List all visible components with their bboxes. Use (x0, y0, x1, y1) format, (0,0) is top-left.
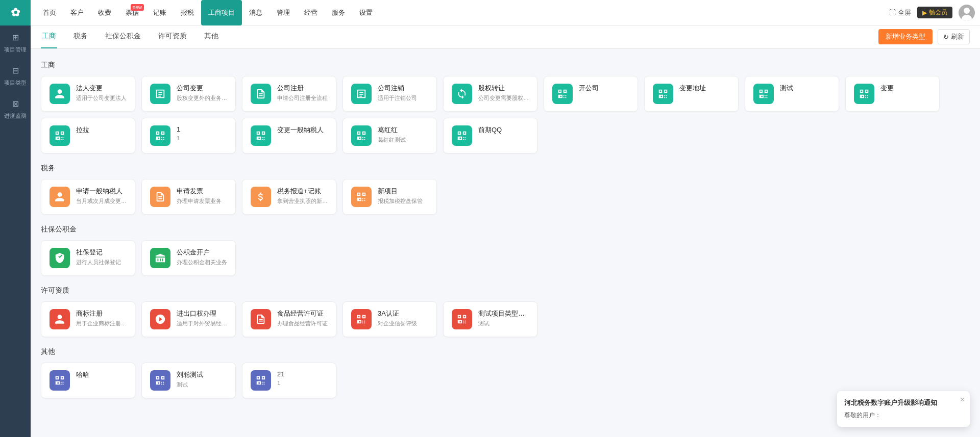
play-icon: ▶ (922, 9, 927, 16)
card-name: 拉拉 (76, 125, 127, 135)
tab-shebao[interactable]: 社保公积金 (104, 25, 142, 48)
nav-accounting[interactable]: 记账 (146, 0, 174, 25)
card-icon-company-cancel (351, 84, 372, 104)
nav-billing[interactable]: 收费 (91, 0, 118, 25)
card-icon-test (753, 84, 774, 104)
card-apply-invoice[interactable]: 申请发票 办理申请发票业务 (141, 179, 236, 215)
section-title-other: 其他 (41, 347, 970, 356)
card-change-address[interactable]: 变更地址 (644, 76, 739, 112)
nav-home[interactable]: 首页 (36, 0, 63, 25)
card-company-change[interactable]: 公司变更 股权变更外的业务变更 (141, 76, 236, 112)
nav-client[interactable]: 客户 (63, 0, 91, 25)
shuiwu-cards: 申请一般纳税人 当月或次月成变更完成 申请发票 办理申请发票业务 (41, 179, 970, 215)
sidebar-item-progress[interactable]: ⊠ 进度监测 (0, 92, 31, 125)
card-legal-change[interactable]: 法人变更 适用于公司变更法人 (41, 76, 135, 112)
vip-button[interactable]: ▶ 畅会员 (917, 7, 952, 18)
user-avatar[interactable] (959, 5, 975, 21)
card-name: 法人变更 (76, 84, 127, 93)
card-change-taxpayer[interactable]: 变更一般纳税人 (242, 118, 336, 153)
fullscreen-btn[interactable]: ⛶ 全屏 (889, 8, 911, 17)
tab-shuiwu[interactable]: 税务 (72, 25, 89, 48)
sidebar-item-project-type[interactable]: ⊟ 项目类型 (0, 59, 31, 92)
notif-close-button[interactable]: × (960, 395, 965, 404)
card-info-equity-transfer: 股权转让 公司变更需要股权转让 (478, 84, 529, 102)
card-info-change2: 变更 (880, 84, 931, 94)
card-new-project[interactable]: 新项目 报税加税控盘保管 (342, 179, 437, 215)
card-one[interactable]: 1 1 (141, 118, 236, 153)
card-name: 公司注销 (378, 84, 428, 93)
section-title-shebao: 社保公积金 (41, 225, 970, 234)
card-info-3a-cert: 3A认证 对企业信誉评级 (378, 309, 428, 327)
card-name: 申请一般纳税人 (76, 187, 127, 196)
card-icon-test-custom-type (452, 309, 472, 329)
card-info-provident-fund: 公积金开户 办理公积金相关业务 (177, 248, 227, 266)
card-desc: 报税加税控盘保管 (378, 197, 428, 205)
card-gehonghong[interactable]: 葛红红 葛红红测试 (342, 118, 437, 153)
card-provident-fund[interactable]: 公积金开户 办理公积金相关业务 (141, 240, 236, 276)
card-desc: 办理公积金相关业务 (177, 259, 227, 266)
card-company-register[interactable]: 公司注册 申请公司注册全流程 (242, 76, 336, 112)
card-open-company[interactable]: 开公司 (544, 76, 638, 112)
card-icon-company-change (150, 84, 170, 104)
card-icon-3a-cert (351, 309, 372, 329)
fullscreen-icon: ⛶ (889, 9, 896, 16)
nav-operation[interactable]: 经营 (297, 0, 325, 25)
tab-other[interactable]: 其他 (203, 25, 219, 48)
tab-actions: 新增业务类型 ↻ 刷新 (878, 29, 970, 44)
sidebar-item-label: 进度监测 (4, 112, 27, 120)
tab-gongshang[interactable]: 工商 (41, 25, 57, 48)
card-import-export[interactable]: 进出口权办理 适用于对外贸易经营者 (141, 301, 236, 337)
card-info-legal-change: 法人变更 适用于公司变更法人 (76, 84, 127, 102)
card-company-cancel[interactable]: 公司注销 适用于注销公司 (342, 76, 437, 112)
app-logo[interactable]: ✿ (0, 0, 31, 25)
card-tax-report-accounting[interactable]: 税务报道+记账 拿到营业执照的新公司 (242, 179, 336, 215)
card-3a-cert[interactable]: 3A认证 对企业信誉评级 (342, 301, 437, 337)
nav-tax[interactable]: 报税 (174, 0, 201, 25)
card-food-license[interactable]: 食品经营许可证 办理食品经营许可证 (242, 301, 336, 337)
card-social-insurance[interactable]: 社保登记 进行人员社保登记 (41, 240, 135, 276)
top-navbar: 首页 客户 收费 票据 new 记账 报税 工商项目 消息 管理 经营 服务 设… (31, 0, 980, 25)
card-info-gehonghong: 葛红红 葛红红测试 (378, 125, 428, 144)
section-title-xuke: 许可资质 (41, 286, 970, 295)
tab-bar: 工商 税务 社保公积金 许可资质 其他 新增业务类型 ↻ 刷新 (31, 25, 980, 48)
nav-manage[interactable]: 管理 (270, 0, 297, 25)
tab-xuke[interactable]: 许可资质 (157, 25, 188, 48)
nav-settings[interactable]: 设置 (352, 0, 380, 25)
add-type-button[interactable]: 新增业务类型 (878, 29, 933, 44)
card-info-liucong-test: 刘聪测试 测试 (177, 370, 227, 389)
nav-service[interactable]: 服务 (325, 0, 352, 25)
card-icon-social-insurance (50, 248, 70, 268)
main-content: 工商 税务 社保公积金 许可资质 其他 新增业务类型 ↻ 刷新 工商 (31, 25, 980, 437)
card-qianqi-qq[interactable]: 前期QQ (443, 118, 537, 153)
card-haha[interactable]: 哈哈 (41, 363, 135, 398)
card-21[interactable]: 21 1 (242, 363, 336, 398)
sidebar-item-project-mgmt[interactable]: ⊞ 项目管理 (0, 25, 31, 59)
card-trademark[interactable]: 商标注册 用于企业商标注册服务 (41, 301, 135, 337)
other-cards: 哈哈 刘聪测试 测试 (41, 363, 970, 398)
card-icon-lala (50, 125, 70, 146)
refresh-button[interactable]: ↻ 刷新 (938, 29, 970, 44)
card-test-custom-type[interactable]: 测试项目类型自定义 测试 (443, 301, 537, 337)
card-name: 变更一般纳税人 (277, 125, 328, 135)
card-test[interactable]: 测试 (745, 76, 839, 112)
nav-message[interactable]: 消息 (242, 0, 270, 25)
card-name: 公司注册 (277, 84, 328, 93)
xuke-cards: 商标注册 用于企业商标注册服务 进出口权办理 适用于对外贸易经营者 (41, 301, 970, 337)
card-name: 新项目 (378, 187, 428, 196)
logo-icon: ✿ (11, 6, 20, 19)
nav-invoice[interactable]: 票据 new (118, 0, 146, 25)
nav-bizreg[interactable]: 工商项目 (201, 0, 242, 25)
card-lala[interactable]: 拉拉 (41, 118, 135, 153)
card-info-change-address: 变更地址 (679, 84, 730, 94)
card-desc: 1 (177, 135, 227, 142)
svg-point-1 (964, 8, 970, 14)
card-info-tax-report-accounting: 税务报道+记账 拿到营业执照的新公司 (277, 187, 328, 205)
card-liucong-test[interactable]: 刘聪测试 测试 (141, 363, 236, 398)
card-change2[interactable]: 变更 (845, 76, 940, 112)
card-icon-change-taxpayer (251, 125, 271, 146)
card-equity-transfer[interactable]: 股权转让 公司变更需要股权转让 (443, 76, 537, 112)
card-icon-change-address (653, 84, 673, 104)
card-info-test: 测试 (780, 84, 830, 94)
card-name: 3A认证 (378, 309, 428, 318)
card-apply-taxpayer[interactable]: 申请一般纳税人 当月或次月成变更完成 (41, 179, 135, 215)
